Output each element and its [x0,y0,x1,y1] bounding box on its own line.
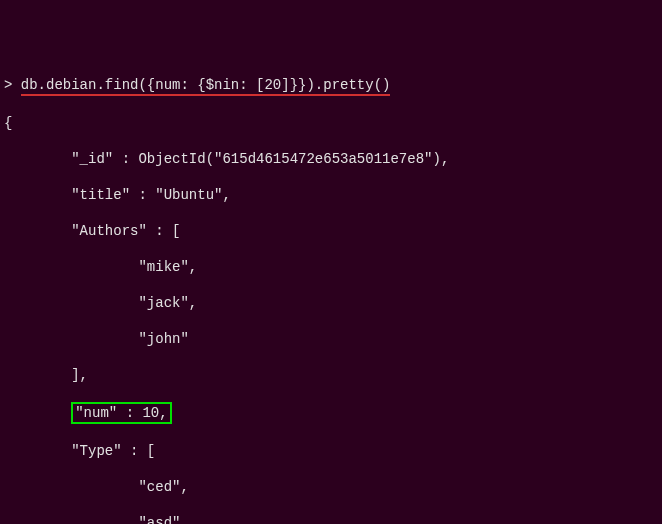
doc0-authors-open: "Authors" : [ [4,222,658,240]
doc0-authors-close: ], [4,366,658,384]
doc0-type-open: "Type" : [ [4,442,658,460]
doc0-id: "_id" : ObjectId("615d4615472e653a5011e7… [4,150,658,168]
doc0-author-1: "jack", [4,294,658,312]
doc0-title: "title" : "Ubuntu", [4,186,658,204]
command-text: db.debian.find({num: {$nin: [20]}}).pret… [21,76,391,96]
doc0-author-2: "john" [4,330,658,348]
doc0-num: "num" : 10, [4,402,658,424]
doc0-author-0: "mike", [4,258,658,276]
command-line[interactable]: > db.debian.find({num: {$nin: [20]}}).pr… [4,76,658,96]
prompt-char: > [4,77,12,93]
doc0-type-0: "ced", [4,478,658,496]
doc-open-brace: { [4,114,658,132]
doc0-type-1: "asd" [4,514,658,524]
num-highlight-box: "num" : 10, [71,402,171,424]
